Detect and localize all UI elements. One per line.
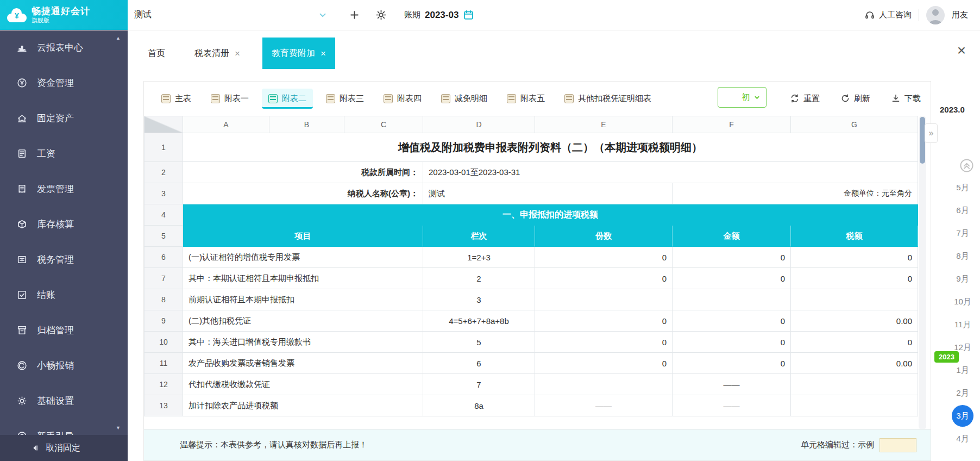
header-column-no[interactable]: 栏次 [423,226,535,247]
amount-cell[interactable]: —— [673,374,791,395]
row-number[interactable]: 6 [145,247,183,268]
row-number[interactable]: 1 [145,133,183,162]
download-button[interactable]: 下载 [891,94,921,104]
workspace-selector[interactable]: 测试 [134,0,328,30]
row-number[interactable]: 8 [145,289,183,310]
sidebar-item-tax[interactable]: 税务管理 [0,242,128,277]
copies-cell[interactable] [535,374,673,395]
column-header-g[interactable]: G [791,116,918,133]
select-all-corner[interactable] [145,116,183,133]
column-header-c[interactable]: C [344,116,423,133]
amount-cell[interactable]: 0 [673,268,791,289]
row-name-cell[interactable]: 前期认证相符且本期申报抵扣 [183,289,423,310]
subtab-reduction-detail[interactable]: 减免明细 [435,89,494,109]
header-amount[interactable]: 金额 [673,226,791,247]
col-no-cell[interactable]: 7 [423,374,535,395]
tax-cell[interactable] [791,289,918,310]
month-item[interactable]: 4月 [951,427,974,450]
tax-cell[interactable]: 0.00 [791,353,918,374]
col-no-cell[interactable]: 5 [423,332,535,353]
refresh-button[interactable]: 刷新 [840,94,870,104]
col-no-cell[interactable]: 6 [423,353,535,374]
column-header-f[interactable]: F [673,116,791,133]
sidebar-item-archive[interactable]: 归档管理 [0,313,128,348]
copies-cell[interactable]: 0 [535,332,673,353]
row-number[interactable]: 5 [145,226,183,247]
month-item[interactable]: 6月 [951,199,974,222]
column-header-a[interactable]: A [183,116,269,133]
subtab-appendix-3[interactable]: 附表三 [319,89,370,109]
tax-cell[interactable] [791,374,918,395]
tax-cell[interactable]: 0.00 [791,310,918,332]
column-header-b[interactable]: B [269,116,344,133]
row-name-cell[interactable]: 其中：海关进口增值税专用缴款书 [183,332,423,353]
reset-button[interactable]: 重置 [790,94,820,104]
subtab-appendix-1[interactable]: 附表一 [204,89,255,109]
subtab-appendix-5[interactable]: 附表五 [500,89,551,109]
amount-cell[interactable]: 0 [673,310,791,332]
amount-cell[interactable]: 0 [673,247,791,268]
subtab-main-sheet[interactable]: 主表 [155,89,198,109]
row-number[interactable]: 12 [145,374,183,395]
row-number[interactable]: 3 [145,183,183,204]
avatar[interactable] [926,6,945,24]
tab-tax-register[interactable]: 税表清册 × [185,38,249,69]
row-name-cell[interactable]: 其中：本期认证相符且本期申报抵扣 [183,268,423,289]
period-label-cell[interactable]: 税款所属时间： [183,162,423,183]
month-item[interactable]: 7月 [951,222,974,245]
taxpayer-value-cell[interactable]: 测试 [423,183,673,204]
vertical-scrollbar[interactable] [919,116,926,430]
sidebar-item-funds[interactable]: 资金管理 [0,65,128,101]
unpin-sidebar-button[interactable]: 取消固定 [0,435,128,461]
sidebar-scroll-up-icon[interactable]: ▲ [116,35,121,41]
copies-cell[interactable]: 0 [535,310,673,332]
row-number[interactable]: 11 [145,353,183,374]
settings-gear-icon[interactable] [375,9,387,21]
tax-cell[interactable]: 0 [791,332,918,353]
sidebar-item-cloud-report-center[interactable]: 云报表中心 [0,30,128,65]
month-item[interactable]: 5月 [951,176,974,199]
subtab-appendix-4[interactable]: 附表四 [377,89,428,109]
month-item[interactable]: 10月 [951,290,974,313]
copies-cell[interactable]: 0 [535,247,673,268]
month-item-active[interactable]: 3月 [952,405,973,427]
accounting-period-picker[interactable]: 账期 2023-03 [404,0,474,30]
copies-cell[interactable] [535,289,673,310]
row-number[interactable]: 10 [145,332,183,353]
header-item[interactable]: 项目 [183,226,423,247]
period-value-cell[interactable]: 2023-03-01至2023-03-31 [423,162,918,183]
row-name-cell[interactable]: (一)认证相符的增值税专用发票 [183,247,423,268]
collapse-panel-icon[interactable]: » [925,123,938,143]
month-item[interactable]: 9月 [951,267,974,290]
tab-education-surcharge[interactable]: 教育费附加 × [262,38,335,69]
amount-cell[interactable]: 0 [673,332,791,353]
row-name-cell[interactable]: 加计扣除农产品进项税额 [183,395,423,416]
amount-cell[interactable] [673,289,791,310]
column-header-d[interactable]: D [423,116,535,133]
col-no-cell[interactable]: 4=5+6+7+8a+8b [423,310,535,332]
sidebar-item-fixed-assets[interactable]: 固定资产 [0,101,128,136]
col-no-cell[interactable]: 8a [423,395,535,416]
sidebar-item-invoice[interactable]: 发票管理 [0,171,128,207]
close-tab-icon[interactable]: × [235,49,240,58]
sidebar-item-settings[interactable]: 基础设置 [0,383,128,419]
taxpayer-label-cell[interactable]: 纳税人名称(公章)： [183,183,423,204]
copies-cell[interactable]: —— [535,395,673,416]
row-name-cell[interactable]: 农产品收购发票或者销售发票 [183,353,423,374]
scroll-months-up-icon[interactable] [959,158,974,173]
subtab-appendix-2[interactable]: 附表二 [262,89,313,109]
row-name-cell[interactable]: (二)其他扣税凭证 [183,310,423,332]
row-number[interactable]: 9 [145,310,183,332]
tab-home[interactable]: 首页 [139,38,174,69]
copies-cell[interactable]: 0 [535,268,673,289]
row-name-cell[interactable]: 代扣代缴税收缴款凭证 [183,374,423,395]
month-item[interactable]: 11月 [951,313,974,336]
sidebar-item-payroll[interactable]: 工资 [0,136,128,171]
sidebar-scroll-down-icon[interactable]: ▼ [116,425,121,431]
sheet-title-cell[interactable]: 增值税及附加税费申报表附列资料（二）（本期进项税额明细） [183,133,918,162]
header-copies[interactable]: 份数 [535,226,673,247]
row-number[interactable]: 2 [145,162,183,183]
row-number[interactable]: 13 [145,395,183,416]
column-header-e[interactable]: E [535,116,673,133]
subtab-other-deduction-detail[interactable]: 其他扣税凭证明细表 [558,89,658,109]
